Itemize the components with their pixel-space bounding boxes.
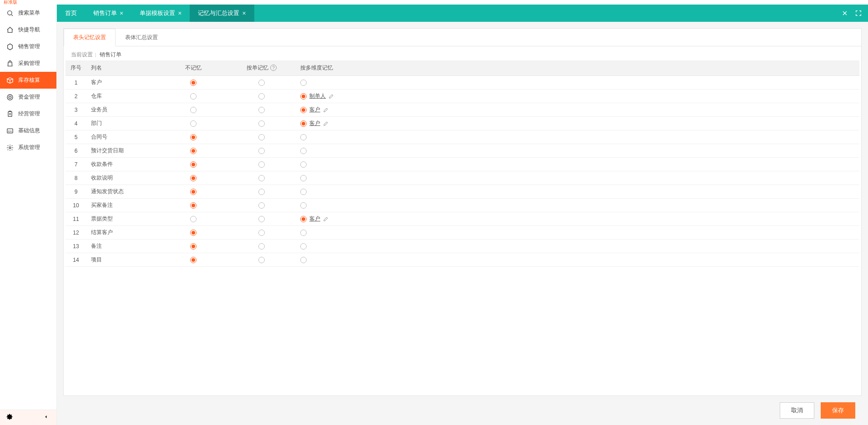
radio-nomem[interactable] <box>190 257 197 263</box>
collapse-icon[interactable] <box>44 414 50 421</box>
radio-nomem[interactable] <box>190 202 197 209</box>
cell-name: 部门 <box>86 117 159 130</box>
radio-nomem[interactable] <box>190 148 197 154</box>
radio-bybill[interactable] <box>258 107 265 113</box>
table-row: 11票据类型客户 <box>66 212 859 226</box>
radio-bybill[interactable] <box>258 189 265 195</box>
radio-nomem[interactable] <box>190 189 197 195</box>
radio-bybill[interactable] <box>258 161 265 168</box>
close-icon[interactable]: × <box>178 10 182 16</box>
radio-nomem[interactable] <box>190 230 197 236</box>
tab-3[interactable]: 记忆与汇总设置× <box>190 5 254 22</box>
edit-icon[interactable] <box>323 216 328 222</box>
sidebar-item-4[interactable]: 库存核算 <box>0 72 56 89</box>
sidebar-item-7[interactable]: 基础信息 <box>0 122 56 139</box>
sidebar-item-1[interactable]: 快捷导航 <box>0 21 56 38</box>
cell-seq: 4 <box>66 117 86 130</box>
table-row: 14项目 <box>66 253 859 267</box>
radio-nomem[interactable] <box>190 93 197 100</box>
dim-link[interactable]: 客户 <box>309 215 320 223</box>
dim-link[interactable]: 客户 <box>309 120 320 127</box>
radio-multi[interactable] <box>300 189 307 195</box>
cell-seq: 13 <box>66 240 86 253</box>
cell-name: 备注 <box>86 240 159 253</box>
cell-name: 业务员 <box>86 103 159 117</box>
radio-bybill[interactable] <box>258 216 265 222</box>
radio-nomem[interactable] <box>190 161 197 168</box>
radio-bybill[interactable] <box>258 243 265 250</box>
radio-multi[interactable] <box>300 93 307 100</box>
radio-bybill[interactable] <box>258 148 265 154</box>
cancel-button[interactable]: 取消 <box>780 402 814 419</box>
close-icon[interactable]: × <box>120 10 123 16</box>
radio-bybill[interactable] <box>258 120 265 127</box>
radio-multi[interactable] <box>300 175 307 181</box>
radio-nomem[interactable] <box>190 120 197 127</box>
radio-multi[interactable] <box>300 230 307 236</box>
tab-0[interactable]: 首页 <box>57 5 85 22</box>
radio-multi[interactable] <box>300 107 307 113</box>
radio-multi[interactable] <box>300 148 307 154</box>
radio-bybill[interactable] <box>258 93 265 100</box>
cell-name: 结算客户 <box>86 226 159 240</box>
radio-nomem[interactable] <box>190 107 197 113</box>
inner-tab-1[interactable]: 表体汇总设置 <box>116 29 167 46</box>
radio-multi[interactable] <box>300 257 307 263</box>
radio-multi[interactable] <box>300 134 307 140</box>
radio-bybill[interactable] <box>258 134 265 140</box>
table-row: 3业务员客户 <box>66 103 859 117</box>
inner-tab-0[interactable]: 表头记忆设置 <box>64 29 116 46</box>
cell-name: 客户 <box>86 76 159 90</box>
sidebar-item-6[interactable]: 经营管理 <box>0 105 56 122</box>
radio-multi[interactable] <box>300 243 307 250</box>
table-row: 1客户 <box>66 76 859 90</box>
sidebar-item-label: 资金管理 <box>18 93 40 101</box>
close-icon[interactable]: × <box>242 10 246 16</box>
home-icon <box>6 26 14 34</box>
radio-nomem[interactable] <box>190 216 197 222</box>
radio-multi[interactable] <box>300 161 307 168</box>
radio-multi[interactable] <box>300 216 307 222</box>
edit-icon[interactable] <box>323 107 328 113</box>
radio-nomem[interactable] <box>190 80 197 86</box>
radio-bybill[interactable] <box>258 257 265 263</box>
sidebar-item-label: 库存核算 <box>18 76 40 84</box>
tab-1[interactable]: 销售订单× <box>85 5 131 22</box>
radio-multi[interactable] <box>300 120 307 127</box>
settings-icon[interactable] <box>6 414 13 421</box>
radio-nomem[interactable] <box>190 134 197 140</box>
edit-icon[interactable] <box>323 121 328 126</box>
th-bybill: 按单记忆? <box>227 60 296 76</box>
help-icon[interactable]: ? <box>270 65 277 71</box>
radio-bybill[interactable] <box>258 230 265 236</box>
hex-icon <box>6 43 14 50</box>
close-all-icon[interactable] <box>841 9 849 17</box>
fullscreen-icon[interactable] <box>854 9 863 17</box>
tab-2[interactable]: 单据模板设置× <box>131 5 190 22</box>
dim-link[interactable]: 客户 <box>309 106 320 114</box>
sidebar-item-label: 系统管理 <box>18 144 40 151</box>
radio-nomem[interactable] <box>190 175 197 181</box>
radio-bybill[interactable] <box>258 175 265 181</box>
radio-bybill[interactable] <box>258 80 265 86</box>
sidebar-item-5[interactable]: 资金管理 <box>0 89 56 105</box>
sidebar-item-0[interactable]: 搜索菜单 <box>0 5 56 21</box>
save-button[interactable]: 保存 <box>821 402 855 419</box>
sidebar-item-2[interactable]: 销售管理 <box>0 38 56 55</box>
radio-multi[interactable] <box>300 80 307 86</box>
edit-icon[interactable] <box>328 94 334 99</box>
cell-name: 票据类型 <box>86 212 159 226</box>
cell-name: 通知发货状态 <box>86 185 159 199</box>
box-icon <box>6 77 14 84</box>
cell-seq: 2 <box>66 90 86 103</box>
radio-nomem[interactable] <box>190 243 197 250</box>
sidebar-item-8[interactable]: 系统管理 <box>0 139 56 156</box>
cell-seq: 7 <box>66 158 86 171</box>
radio-bybill[interactable] <box>258 202 265 209</box>
radio-multi[interactable] <box>300 202 307 209</box>
sidebar-item-3[interactable]: 采购管理 <box>0 55 56 72</box>
sidebar: 搜索菜单快捷导航销售管理采购管理库存核算资金管理经营管理基础信息系统管理 <box>0 5 57 425</box>
cell-seq: 1 <box>66 76 86 90</box>
cell-seq: 12 <box>66 226 86 240</box>
dim-link[interactable]: 制单人 <box>309 92 326 100</box>
